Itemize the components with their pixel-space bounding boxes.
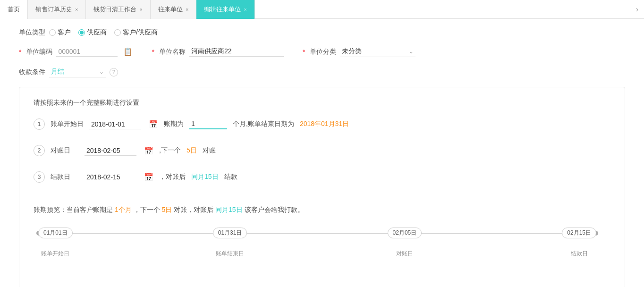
start-date-input[interactable] [89, 119, 141, 129]
close-icon[interactable]: × [139, 7, 142, 12]
payment-row: 收款条件 月结 ⌄ ? [19, 67, 625, 77]
close-icon[interactable]: × [186, 7, 188, 12]
payment-date-input[interactable] [85, 172, 136, 182]
node-label-4: 结款日 [571, 250, 588, 258]
tab-home[interactable]: 首页 [0, 0, 28, 19]
code-input[interactable] [56, 47, 118, 57]
node-badge-1: 01月01日 [38, 228, 73, 238]
preview-prefix: 账期预览：当前客户账期是 [34, 206, 113, 213]
payment-suffix: 结款 [224, 173, 237, 181]
code-name-category-row: * 单位编码 📋 * 单位名称 * 单位分类 未分类 ⌄ [19, 46, 625, 57]
preview-sep1: ，下一个 [134, 206, 160, 213]
period-mid-text: 账期为 [164, 120, 184, 128]
row-num-1: 1 [34, 118, 45, 130]
timeline-nodes: 01月01日 账单开始日 01月31日 账单结束日 02月05日 对账日 02月… [38, 228, 596, 258]
payment-highlight: 同月15日 [191, 173, 219, 181]
tabs-bar: 首页 销售订单历史 × 钱货日清工作台 × 往来单位 × 编辑往来单位 × › [0, 0, 644, 19]
unit-type-label: 单位类型 [19, 28, 45, 37]
tab-edit-partner[interactable]: 编辑往来单位 × [196, 0, 254, 19]
period-end-date: 2018年01月31日 [300, 120, 349, 128]
tab-partners[interactable]: 往来单位 × [151, 0, 196, 19]
tab-partners-label: 往来单位 [158, 5, 183, 14]
payment-dropdown-arrow: ⌄ [99, 68, 104, 75]
preview-suffix: 该客户会给我打款。 [245, 206, 304, 213]
reconcile-suffix: 对账 [203, 146, 216, 155]
tab-cash-work[interactable]: 钱货日清工作台 × [86, 0, 150, 19]
calendar-icon-2[interactable]: 📅 [144, 146, 153, 155]
setting-row-2: 2 对账日 📅 ,下一个 5日 对账 [34, 145, 610, 156]
node-badge-3: 02月05日 [388, 228, 422, 238]
node-badge-2: 01月31日 [213, 228, 247, 238]
payment-prefix: ，对账后 [159, 173, 186, 181]
payment-value: 月结 [51, 68, 97, 76]
timeline-node-3: 02月05日 对账日 [388, 228, 422, 258]
row-num-2: 2 [34, 145, 45, 156]
close-icon[interactable]: × [244, 7, 246, 12]
code-item: * 单位编码 📋 [19, 47, 133, 57]
timeline-node-4: 02月15日 结款日 [562, 228, 596, 258]
row-label-1: 账单开始日 [51, 120, 84, 128]
timeline-container: 01月01日 账单开始日 01月31日 账单结束日 02月05日 对账日 02月… [34, 228, 610, 277]
required-star-name: * [152, 48, 154, 56]
help-icon[interactable]: ? [110, 68, 118, 76]
node-label-3: 对账日 [396, 250, 413, 258]
calendar-icon-1[interactable]: 📅 [149, 120, 158, 129]
radio-circle-customer [49, 29, 56, 36]
preview-part1: 1个月 [115, 206, 132, 213]
category-dropdown-arrow: ⌄ [409, 48, 414, 55]
preview-sep2: 对账，对账后 [174, 206, 213, 213]
radio-customer-label: 客户 [58, 28, 71, 37]
card-title: 请按照未来的一个完整帐期进行设置 [34, 99, 610, 107]
calendar-icon-3[interactable]: 📅 [144, 173, 153, 182]
category-value: 未分类 [342, 47, 405, 56]
payment-dropdown[interactable]: 月结 ⌄ [49, 67, 106, 77]
setting-row-3: 3 结款日 📅 ，对账后 同月15日 结款 [34, 171, 610, 183]
node-badge-4: 02月15日 [562, 228, 596, 238]
radio-supplier-label: 供应商 [87, 28, 107, 37]
category-item: * 单位分类 未分类 ⌄ [303, 46, 415, 57]
node-label-2: 账单结束日 [216, 250, 244, 258]
name-label: 单位名称 [159, 48, 186, 56]
unit-type-row: 单位类型 客户 供应商 客户/供应商 [19, 28, 625, 37]
preview-part2: 5日 [161, 206, 172, 213]
tabs-arrow[interactable]: › [630, 5, 644, 14]
payment-label: 收款条件 [19, 68, 45, 76]
preview-text: 账期预览：当前客户账期是 1个月 ，下一个 5日 对账，对账后 同月15日 该客… [34, 206, 610, 214]
preview-part3: 同月15日 [215, 206, 243, 213]
close-icon[interactable]: × [75, 7, 78, 12]
row-label-2: 对账日 [51, 146, 79, 155]
required-star-category: * [303, 48, 305, 56]
row-num-3: 3 [34, 171, 45, 183]
radio-both-label: 客户/供应商 [123, 28, 158, 37]
tab-sales-history[interactable]: 销售订单历史 × [28, 0, 86, 19]
radio-circle-supplier [78, 29, 85, 36]
timeline-node-1: 01月01日 账单开始日 [38, 228, 73, 258]
period-input[interactable] [189, 119, 227, 129]
radio-group-unit-type: 客户 供应商 客户/供应商 [49, 28, 158, 37]
node-label-1: 账单开始日 [41, 250, 69, 258]
reconcile-prefix: ,下一个 [159, 146, 181, 155]
period-unit-text: 个月,账单结束日期为 [233, 120, 294, 128]
reconcile-highlight: 5日 [186, 146, 197, 155]
code-label: 单位编码 [26, 48, 52, 56]
tab-edit-partner-label: 编辑往来单位 [204, 5, 241, 14]
copy-icon[interactable]: 📋 [123, 47, 133, 56]
required-star-code: * [19, 48, 21, 56]
name-input[interactable] [189, 47, 284, 57]
timeline-node-2: 01月31日 账单结束日 [213, 228, 247, 258]
category-dropdown[interactable]: 未分类 ⌄ [340, 46, 415, 57]
unit-type-item: 单位类型 客户 供应商 客户/供应商 [19, 28, 158, 37]
reconcile-date-input[interactable] [85, 146, 136, 156]
preview-section: 账期预览：当前客户账期是 1个月 ，下一个 5日 对账，对账后 同月15日 该客… [34, 198, 610, 277]
tab-home-label: 首页 [8, 5, 20, 14]
radio-both[interactable]: 客户/供应商 [114, 28, 158, 37]
main-content: 单位类型 客户 供应商 客户/供应商 * 单位编码 [0, 19, 644, 287]
name-item: * 单位名称 [152, 47, 283, 57]
tab-sales-history-label: 销售订单历史 [35, 5, 72, 14]
radio-supplier[interactable]: 供应商 [78, 28, 107, 37]
tab-cash-work-label: 钱货日清工作台 [93, 5, 136, 14]
category-label: 单位分类 [310, 48, 336, 56]
radio-customer[interactable]: 客户 [49, 28, 71, 37]
row-label-3: 结款日 [51, 173, 79, 181]
setting-row-1: 1 账单开始日 📅 账期为 个月,账单结束日期为 2018年01月31日 [34, 118, 610, 130]
